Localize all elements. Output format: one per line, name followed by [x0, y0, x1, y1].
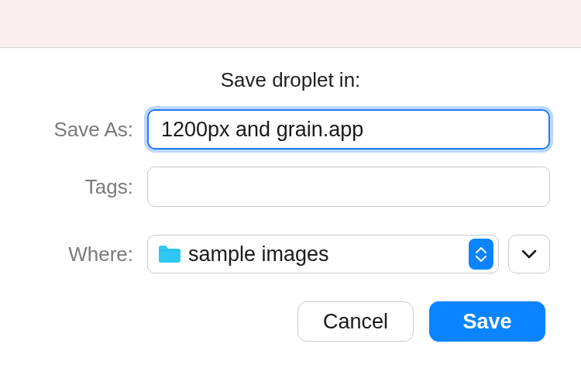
- where-folder-name: sample images: [188, 242, 329, 266]
- save-button[interactable]: Save: [429, 301, 545, 342]
- save-as-label: Save As:: [31, 118, 147, 142]
- save-as-row: Save As:: [31, 109, 550, 150]
- tags-input[interactable]: [147, 167, 550, 207]
- where-row: Where: sample images: [31, 235, 550, 273]
- folder-icon: [157, 245, 180, 263]
- cancel-button[interactable]: Cancel: [297, 301, 414, 342]
- dialog-buttons: Cancel Save: [31, 301, 550, 342]
- window-titlebar: [0, 0, 581, 48]
- where-select[interactable]: sample images: [147, 235, 499, 273]
- select-stepper-icon: [469, 239, 493, 270]
- cancel-button-label: Cancel: [323, 310, 388, 334]
- tags-label: Tags:: [31, 175, 147, 199]
- tags-row: Tags:: [31, 167, 550, 207]
- save-button-label: Save: [462, 310, 511, 334]
- expand-button[interactable]: [508, 235, 550, 273]
- chevron-down-icon: [521, 249, 537, 259]
- save-as-input[interactable]: [147, 109, 550, 150]
- where-label: Where:: [31, 242, 147, 266]
- save-dialog: Save droplet in: Save As: Tags: Where: s…: [0, 48, 581, 342]
- dialog-title: Save droplet in:: [31, 68, 550, 92]
